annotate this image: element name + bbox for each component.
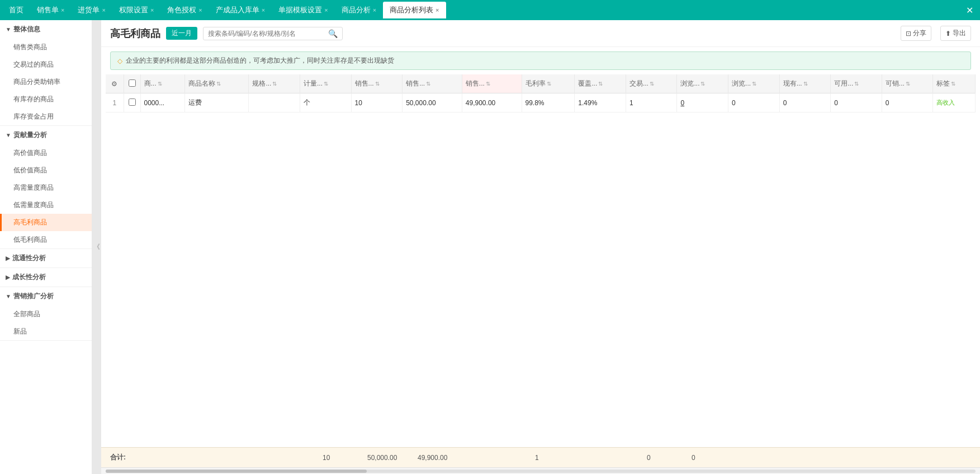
scrollbar-thumb[interactable] [106, 470, 367, 473]
top-navigation: 首页 销售单 × 进货单 × 权限设置 × 角色授权 × 产成品入库单 × 单据… [0, 0, 980, 20]
sort-icon: ⇅ [324, 81, 328, 87]
footer-current: 0 [643, 454, 688, 462]
filter-recent-month-button[interactable]: 近一月 [166, 27, 197, 40]
close-icon[interactable]: × [324, 7, 328, 13]
footer-label: 合计: [110, 453, 126, 462]
close-icon[interactable]: × [61, 7, 64, 13]
nav-tab-permission[interactable]: 权限设置 × [112, 2, 160, 18]
close-icon[interactable]: × [373, 7, 376, 13]
row-sales-qty: 10 [351, 93, 403, 112]
content-header: 高毛利商品 近一月 🔍 ⊡ 分享 ⬆ 导出 [101, 20, 980, 47]
sidebar-item-all-goods[interactable]: 全部商品 [0, 306, 92, 323]
sort-icon: ⇅ [426, 81, 430, 87]
sidebar-group-marketing[interactable]: ▼ 营销推广分析 [0, 287, 92, 306]
close-icon[interactable]: × [150, 7, 154, 13]
sidebar-group-overall[interactable]: ▼ 整体信息 [0, 20, 92, 39]
search-icon[interactable]: 🔍 [328, 29, 338, 38]
col-sales-qty[interactable]: 销售...⇅ [351, 74, 403, 93]
sidebar-item-stocked-goods[interactable]: 有库存的商品 [0, 91, 92, 108]
export-button[interactable]: ⬆ 导出 [940, 26, 971, 41]
sidebar-item-high-demand[interactable]: 高需量度商品 [0, 179, 92, 196]
table-container[interactable]: ⚙ 商...⇅ 商品名称⇅ 规格...⇅ 计量...⇅ 销售...⇅ 销售...… [106, 74, 976, 447]
col-sales-cost[interactable]: 销售...⇅ [462, 74, 522, 93]
sidebar-item-low-value[interactable]: 低价值商品 [0, 162, 92, 179]
sidebar-item-high-margin[interactable]: 高毛利商品 [0, 214, 92, 231]
sidebar-toggle-button[interactable]: 《 [92, 20, 101, 474]
nav-tab-home[interactable]: 首页 [2, 2, 30, 18]
row-tag: 高收入 [933, 93, 976, 112]
col-settings[interactable]: ⚙ [106, 74, 124, 93]
sidebar-item-low-margin[interactable]: 低毛利商品 [0, 231, 92, 248]
sort-icon: ⇅ [486, 81, 490, 87]
col-sellable[interactable]: 可销...⇅ [882, 74, 933, 93]
sort-icon: ⇅ [216, 81, 221, 87]
col-coverage[interactable]: 覆盖...⇅ [575, 74, 626, 93]
chevron-down-icon: ▼ [6, 26, 11, 32]
row-browse2: 0 [728, 93, 780, 112]
sort-icon: ⇅ [598, 81, 603, 87]
info-icon: ◇ [117, 57, 122, 65]
sidebar-item-new-goods[interactable]: 新品 [0, 323, 92, 340]
search-input[interactable] [208, 30, 328, 37]
sidebar-group-liquidity[interactable]: ▶ 流通性分析 [0, 249, 92, 267]
row-browse1[interactable]: 0 [677, 93, 728, 112]
sort-icon: ⇅ [272, 81, 277, 87]
sort-icon: ⇅ [547, 81, 551, 87]
nav-tab-role[interactable]: 角色授权 × [160, 2, 209, 18]
row-current: 0 [779, 93, 831, 112]
row-num: 1 [106, 93, 124, 112]
sidebar-item-category-rate[interactable]: 商品分类助销率 [0, 73, 92, 91]
col-browse2[interactable]: 浏览...⇅ [728, 74, 780, 93]
sort-icon: ⇅ [375, 81, 380, 87]
col-tag[interactable]: 标签⇅ [933, 74, 976, 93]
nav-tab-analysis[interactable]: 商品分析 × [335, 2, 383, 18]
window-close-button[interactable]: ✕ [962, 3, 978, 18]
scrollbar-track[interactable] [106, 470, 976, 473]
sort-icon: ⇅ [752, 81, 756, 87]
sidebar-group-contribution[interactable]: ▼ 贡献量分析 [0, 126, 92, 144]
col-unit[interactable]: 计量...⇅ [300, 74, 352, 93]
sidebar-section-contribution: ▼ 贡献量分析 高价值商品 低价值商品 高需量度商品 低需量度商品 高毛利商品 … [0, 126, 92, 249]
close-icon[interactable]: × [102, 7, 105, 13]
col-code[interactable]: 商...⇅ [140, 74, 185, 93]
col-current[interactable]: 现有...⇅ [779, 74, 831, 93]
nav-tab-analysis-list[interactable]: 商品分析列表 × [383, 2, 446, 18]
close-icon[interactable]: × [435, 7, 439, 13]
row-coverage: 1.49% [575, 93, 626, 112]
row-code: 0000... [140, 93, 185, 112]
close-icon[interactable]: × [198, 7, 202, 13]
sidebar-item-high-value[interactable]: 高价值商品 [0, 144, 92, 162]
row-spec [249, 93, 300, 112]
col-transaction[interactable]: 交易...⇅ [626, 74, 677, 93]
chevron-down-icon: ▼ [6, 132, 11, 138]
col-name[interactable]: 商品名称⇅ [185, 74, 249, 93]
sidebar-item-low-demand[interactable]: 低需量度商品 [0, 196, 92, 214]
row-name: 运费 [185, 93, 249, 112]
nav-tab-sales[interactable]: 销售单 × [30, 2, 71, 18]
col-available[interactable]: 可用...⇅ [831, 74, 882, 93]
row-checkbox-cell[interactable] [124, 93, 140, 112]
col-browse1[interactable]: 浏览...⇅ [677, 74, 728, 93]
row-checkbox[interactable] [129, 98, 136, 106]
sidebar-item-sales-goods[interactable]: 销售类商品 [0, 39, 92, 56]
sidebar-item-stock-fund[interactable]: 库存资金占用 [0, 108, 92, 125]
col-spec[interactable]: 规格...⇅ [249, 74, 300, 93]
row-sellable: 0 [882, 93, 933, 112]
nav-tab-inbound[interactable]: 产成品入库单 × [209, 2, 272, 18]
horizontal-scrollbar[interactable] [101, 467, 980, 474]
sort-icon: ⇅ [700, 81, 705, 87]
col-sales-amount[interactable]: 销售...⇅ [403, 74, 462, 93]
select-all-checkbox[interactable] [129, 79, 136, 87]
sidebar-item-traded-goods[interactable]: 交易过的商品 [0, 56, 92, 73]
share-button[interactable]: ⊡ 分享 [901, 26, 931, 41]
col-gross-rate[interactable]: 毛利率⇅ [522, 74, 575, 93]
search-box[interactable]: 🔍 [203, 27, 343, 40]
nav-tab-template[interactable]: 单据模板设置 × [272, 2, 334, 18]
page-title: 高毛利商品 [110, 27, 160, 40]
sidebar-group-growth[interactable]: ▶ 成长性分析 [0, 268, 92, 287]
row-unit: 个 [300, 93, 352, 112]
close-icon[interactable]: × [262, 7, 265, 13]
nav-tab-purchase[interactable]: 进货单 × [71, 2, 112, 18]
chevron-right-icon: ▶ [6, 255, 10, 261]
sidebar-section-marketing: ▼ 营销推广分析 全部商品 新品 [0, 287, 92, 341]
